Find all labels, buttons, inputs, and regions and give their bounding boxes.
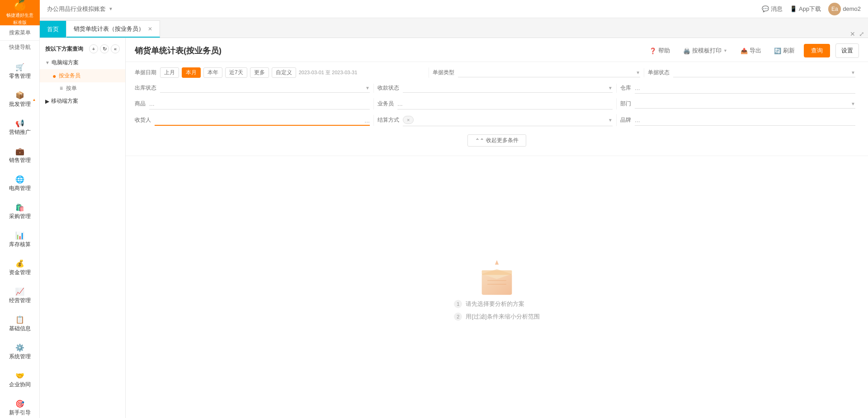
sidebar-item-retail[interactable]: 🛒 零售管理	[0, 57, 40, 86]
help-label: 帮助	[658, 47, 670, 55]
sidebar-item-sales[interactable]: 💼 销售管理	[0, 142, 40, 170]
sidebar-item-label-retail: 零售管理	[9, 72, 31, 80]
date-btn-last-7[interactable]: 近7天	[225, 67, 247, 78]
tab-home[interactable]: 首页	[40, 20, 66, 38]
warehouse-select[interactable]: ...	[635, 82, 855, 94]
logo-subtitle: 标准版	[13, 19, 27, 26]
salesperson-item-label: 按业务员	[59, 72, 80, 80]
doc-type-arrow: ▼	[636, 70, 640, 75]
doc-status-label: 单据状态	[648, 69, 670, 76]
left-panel-mobile-section[interactable]: ▶ 移动端方案	[40, 95, 125, 108]
sidebar-item-inventory[interactable]: 📊 库存核算	[0, 226, 40, 254]
empty-state: 1 请先选择要分析的方案 2 用[过滤]条件来缩小分析范围	[126, 156, 868, 418]
title-dropdown-icon[interactable]: ▼	[108, 6, 113, 11]
department-select[interactable]: ▼	[635, 100, 855, 109]
sidebar-item-label-enterprise: 企业协同	[9, 381, 31, 389]
topbar: 办公用品行业模拟账套 ▼ 💬 消息 📱 App下载 Ea demo2	[40, 0, 868, 18]
left-panel-item-salesperson[interactable]: ● 按业务员	[40, 69, 125, 82]
settlement-tag-close[interactable]: ×	[407, 117, 410, 123]
receipt-status-select[interactable]: ▼	[403, 84, 613, 93]
sidebar-item-label-operation: 经营管理	[9, 297, 31, 304]
goods-select[interactable]: ...	[149, 98, 370, 109]
date-btn-custom[interactable]: 自定义	[272, 67, 296, 78]
filter-out-status: 出库状态 ▼	[135, 84, 374, 93]
left-panel: 按以下方案查询 + ↻ « ▼ 电脑端方案 ● 按业务员 ≡ 按单 ▶	[40, 38, 126, 418]
sidebar: 🍊 畅捷通好生意 标准版 搜索菜单 快捷导航 🛒 零售管理 📦 批发管理 📢 营…	[0, 0, 40, 418]
filter-area: 单据日期 上月 本月 本年 近7天 更多 自定义 2023-03-01 至 20…	[126, 62, 868, 156]
print-btn[interactable]: 🖨️ 按模板打印 ▼	[679, 44, 731, 57]
refresh-icon: 🔄	[774, 48, 781, 54]
filter-settlement: 结算方式 × ▼	[374, 114, 617, 126]
order-item-icon: ≡	[60, 85, 63, 91]
filter-date: 单据日期 上月 本月 本年 近7天 更多 自定义 2023-03-01 至 20…	[135, 67, 429, 78]
doc-status-select[interactable]: ▼	[673, 68, 855, 77]
sales-icon: 💼	[15, 147, 24, 156]
settlement-select[interactable]: × ▼	[403, 114, 613, 126]
sidebar-item-system[interactable]: ⚙️ 系统管理	[0, 338, 40, 366]
svg-marker-3	[495, 260, 499, 265]
print-icon: 🖨️	[683, 48, 690, 54]
date-btn-last-month[interactable]: 上月	[160, 67, 179, 78]
wholesale-icon: 📦	[15, 91, 24, 100]
app-title: 办公用品行业模拟账套	[47, 5, 106, 13]
sidebar-item-wholesale[interactable]: 📦 批发管理	[0, 86, 40, 114]
query-btn[interactable]: 查询	[804, 44, 830, 57]
left-panel-desktop-section[interactable]: ▼ 电脑端方案	[40, 56, 125, 69]
tab-maximize-icon[interactable]: ⤢	[859, 30, 864, 38]
left-panel-header-btns: + ↻ «	[89, 44, 120, 53]
left-panel-item-order[interactable]: ≡ 按单	[40, 82, 125, 95]
export-btn[interactable]: 📤 导出	[737, 45, 765, 57]
sidebar-item-enterprise[interactable]: 🤝 企业协同	[0, 366, 40, 394]
sidebar-item-marketing[interactable]: 📢 营销推广	[0, 114, 40, 142]
help-btn[interactable]: ❓ 帮助	[646, 45, 674, 57]
sidebar-item-label-inventory: 库存核算	[9, 241, 31, 248]
sidebar-item-ecommerce[interactable]: 🌐 电商管理	[0, 170, 40, 198]
page-title: 销货单统计表(按业务员)	[135, 45, 222, 56]
sidebar-item-label-finance: 资金管理	[9, 269, 31, 276]
filter-department: 部门 ▼	[617, 100, 859, 109]
date-btn-this-year[interactable]: 本年	[203, 67, 222, 78]
sidebar-item-purchase[interactable]: 🛍️ 采购管理	[0, 198, 40, 226]
message-action[interactable]: 💬 消息	[762, 5, 783, 13]
settlement-label: 结算方式	[377, 116, 399, 124]
sidebar-quick-nav[interactable]: 快捷导航	[0, 41, 40, 54]
receiver-dots: ...	[364, 117, 370, 124]
brand-label: 品牌	[620, 116, 631, 124]
left-panel-add-btn[interactable]: +	[89, 44, 98, 53]
out-status-select[interactable]: ▼	[160, 84, 370, 93]
user-action[interactable]: Ea demo2	[828, 3, 861, 15]
message-label: 消息	[771, 5, 783, 13]
left-panel-refresh-btn[interactable]: ↻	[100, 44, 109, 53]
date-btn-this-month[interactable]: 本月	[182, 67, 201, 78]
sidebar-item-basic[interactable]: 📋 基础信息	[0, 310, 40, 338]
sidebar-item-newbie[interactable]: 🎯 新手引导	[0, 394, 40, 418]
marketing-icon: 📢	[15, 119, 24, 128]
operation-icon: 📈	[15, 287, 24, 296]
collapse-btn[interactable]: ⌃⌃ 收起更多条件	[467, 134, 526, 147]
tab-close-all-icon[interactable]: ✕	[850, 30, 855, 38]
settings-btn[interactable]: 设置	[835, 43, 859, 58]
doc-type-select[interactable]: ▼	[458, 68, 640, 77]
refresh-btn[interactable]: 🔄 刷新	[770, 45, 798, 57]
collapse-up-icon: ⌃⌃	[475, 138, 484, 144]
filter-row-4: 收货人 ... 结算方式 × ▼	[135, 114, 859, 126]
receiver-input[interactable]	[155, 115, 370, 126]
left-panel-collapse-btn[interactable]: «	[111, 44, 120, 53]
sidebar-item-label-sales: 销售管理	[9, 157, 31, 164]
date-btn-more[interactable]: 更多	[250, 67, 269, 78]
sidebar-item-finance[interactable]: 💰 资金管理	[0, 254, 40, 282]
finance-icon: 💰	[15, 259, 24, 268]
sidebar-item-operation[interactable]: 📈 经营管理	[0, 282, 40, 310]
filter-receipt-status: 收款状态 ▼	[374, 84, 617, 93]
filter-doc-type: 单据类型 ▼	[429, 68, 644, 77]
download-action[interactable]: 📱 App下载	[790, 5, 821, 13]
sidebar-search[interactable]: 搜索菜单	[0, 25, 40, 41]
settlement-arrow: ▼	[608, 118, 613, 123]
salesperson-dots: ...	[397, 100, 403, 107]
logo-icon: 🍊	[14, 0, 26, 11]
brand-select[interactable]: ...	[635, 114, 855, 126]
warehouse-dots: ...	[635, 84, 640, 91]
tab-sales-report[interactable]: 销货单统计表（按业务员） ✕	[66, 20, 160, 38]
salesperson-select[interactable]: ...	[397, 98, 613, 109]
tab-close-icon[interactable]: ✕	[148, 26, 152, 32]
